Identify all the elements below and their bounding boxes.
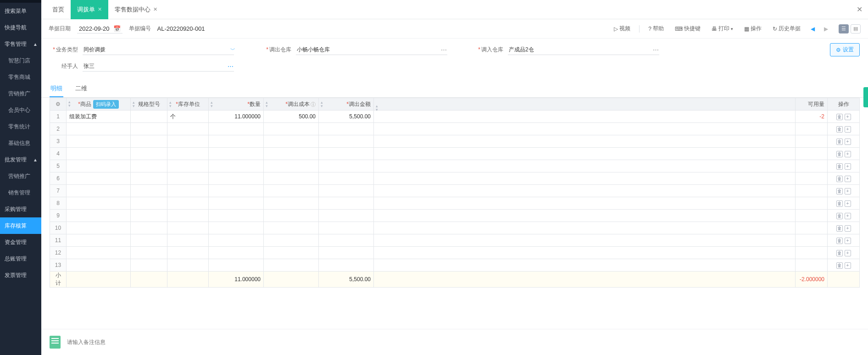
remarks-input[interactable] (67, 336, 860, 348)
delete-row-icon[interactable]: 🗑 (836, 262, 843, 269)
sidebar-item[interactable]: 发票管理 (0, 267, 41, 283)
more-icon[interactable]: ⋯ (441, 46, 447, 53)
table-row[interactable]: 4🗑+ (50, 148, 860, 160)
col-cost[interactable]: ▴▾*调出成本i (264, 98, 319, 111)
delete-row-icon[interactable]: 🗑 (836, 114, 843, 120)
tab[interactable]: 零售数据中心✕ (108, 0, 164, 19)
close-all-tabs[interactable]: ✕ (857, 5, 862, 14)
sidebar-item[interactable]: 零售商城 (0, 69, 41, 85)
delete-row-icon[interactable]: 🗑 (836, 213, 843, 219)
sidebar-item[interactable]: 基础信息 (0, 135, 41, 151)
main: 首页调拨单✕零售数据中心✕ ✕ 单据日期 2022-09-20 📅 单据编号 A… (41, 0, 868, 355)
col-available[interactable]: 可用量 (796, 98, 828, 111)
next-doc-button[interactable]: ▶ (823, 26, 829, 32)
detail-table-wrap: ▴▾*商品扫码录入 ▴▾规格型号 ▴▾*库存单位 ▴▾*数量 ▴▾*调出成本i … (41, 98, 868, 329)
history-button[interactable]: ↻历史单据 (770, 23, 803, 34)
add-row-icon[interactable]: + (845, 176, 851, 182)
add-row-icon[interactable]: + (845, 139, 851, 145)
add-row-icon[interactable]: + (845, 126, 851, 133)
biz-type-input[interactable] (83, 44, 234, 55)
add-row-icon[interactable]: + (845, 213, 851, 219)
subtab[interactable]: 二维 (74, 82, 88, 97)
delete-row-icon[interactable]: 🗑 (836, 250, 843, 256)
table-row[interactable]: 6🗑+ (50, 172, 860, 185)
gear-icon: ⚙ (836, 47, 841, 53)
col-amount[interactable]: ▴▾*调出金额 (319, 98, 374, 111)
operate-button[interactable]: ▦操作 (742, 23, 764, 34)
col-product[interactable]: ▴▾*商品扫码录入 (67, 98, 131, 111)
col-spec[interactable]: ▴▾规格型号 (131, 98, 167, 111)
add-row-icon[interactable]: + (845, 151, 851, 157)
right-drawer-handle[interactable] (863, 87, 868, 107)
help-button[interactable]: ?帮助 (646, 23, 666, 34)
view-list-button[interactable]: ☰ (839, 24, 849, 33)
sidebar-item[interactable]: 会员中心 (0, 102, 41, 118)
delete-row-icon[interactable]: 🗑 (836, 225, 843, 232)
add-row-icon[interactable]: + (845, 114, 851, 120)
sidebar-item[interactable]: 总账管理 (0, 250, 41, 267)
sidebar-item[interactable]: 零售统计 (0, 118, 41, 135)
out-warehouse-input[interactable] (296, 44, 447, 55)
sidebar-item[interactable]: 搜索菜单 (0, 3, 41, 19)
col-unit[interactable]: ▴▾*库存单位 (167, 98, 209, 111)
col-qty[interactable]: ▴▾*数量 (209, 98, 264, 111)
view-card-button[interactable]: ▤ (851, 24, 861, 33)
in-warehouse-input[interactable] (508, 44, 659, 55)
sidebar-item[interactable]: 资金管理 (0, 234, 41, 250)
add-row-icon[interactable]: + (845, 188, 851, 194)
add-row-icon[interactable]: + (845, 163, 851, 170)
delete-row-icon[interactable]: 🗑 (836, 238, 843, 244)
close-icon[interactable]: ✕ (153, 6, 157, 12)
close-icon[interactable]: ✕ (98, 6, 102, 12)
tab[interactable]: 调拨单✕ (71, 0, 108, 19)
prev-doc-button[interactable]: ◀ (809, 26, 816, 32)
sidebar-item[interactable]: 库存核算 (0, 217, 41, 234)
shortcut-button[interactable]: ⌨快捷键 (673, 23, 703, 34)
add-row-icon[interactable]: + (845, 262, 851, 269)
subtab[interactable]: 明细 (50, 82, 63, 97)
handler-input[interactable] (83, 61, 234, 72)
sidebar-item[interactable]: 智慧门店 (0, 52, 41, 69)
scan-button[interactable]: 扫码录入 (93, 100, 119, 109)
delete-row-icon[interactable]: 🗑 (836, 163, 843, 170)
chevron-down-icon[interactable]: ﹀ (230, 46, 235, 53)
table-row[interactable]: 10🗑+ (50, 222, 860, 234)
table-row[interactable]: 12🗑+ (50, 247, 860, 259)
date-field[interactable]: 2022-09-20 📅 (77, 24, 122, 33)
sidebar-item[interactable]: 零售管理▲ (0, 36, 41, 52)
delete-row-icon[interactable]: 🗑 (836, 139, 843, 145)
more-icon[interactable]: ⋯ (653, 46, 659, 53)
add-row-icon[interactable]: + (845, 200, 851, 207)
table-row[interactable]: 11🗑+ (50, 234, 860, 247)
delete-row-icon[interactable]: 🗑 (836, 200, 843, 207)
sidebar-item[interactable]: 营销推广 (0, 85, 41, 102)
sidebar-item[interactable]: 销售管理 (0, 184, 41, 201)
delete-row-icon[interactable]: 🗑 (836, 188, 843, 194)
table-row[interactable]: 7🗑+ (50, 185, 860, 197)
table-row[interactable]: 13🗑+ (50, 259, 860, 272)
sidebar-item[interactable]: 采购管理 (0, 201, 41, 217)
sidebar-item[interactable]: 快捷导航 (0, 19, 41, 36)
table-row[interactable]: 1组装加工费个11.000000500.005,500.00-2🗑+ (50, 111, 860, 123)
add-row-icon[interactable]: + (845, 225, 851, 232)
delete-row-icon[interactable]: 🗑 (836, 176, 843, 182)
sidebar-item[interactable]: 营销推广 (0, 168, 41, 184)
date-value: 2022-09-20 (79, 25, 110, 32)
video-button[interactable]: ▷视频 (612, 23, 633, 34)
more-icon[interactable]: ⋯ (228, 63, 234, 70)
tab[interactable]: 首页 (46, 0, 71, 19)
add-row-icon[interactable]: + (845, 250, 851, 256)
delete-row-icon[interactable]: 🗑 (836, 126, 843, 133)
in-warehouse-field: *调入仓库 ⋯ (475, 43, 659, 56)
table-row[interactable]: 8🗑+ (50, 197, 860, 210)
table-row[interactable]: 5🗑+ (50, 160, 860, 172)
delete-row-icon[interactable]: 🗑 (836, 151, 843, 157)
sidebar-item[interactable]: 批发管理▲ (0, 151, 41, 168)
table-row[interactable]: 2🗑+ (50, 123, 860, 135)
settings-button[interactable]: ⚙设置 (830, 43, 860, 56)
gear-column-header[interactable] (50, 98, 67, 111)
print-button[interactable]: 🖶打印▾ (709, 23, 735, 34)
add-row-icon[interactable]: + (845, 238, 851, 244)
table-row[interactable]: 3🗑+ (50, 135, 860, 148)
table-row[interactable]: 9🗑+ (50, 210, 860, 222)
